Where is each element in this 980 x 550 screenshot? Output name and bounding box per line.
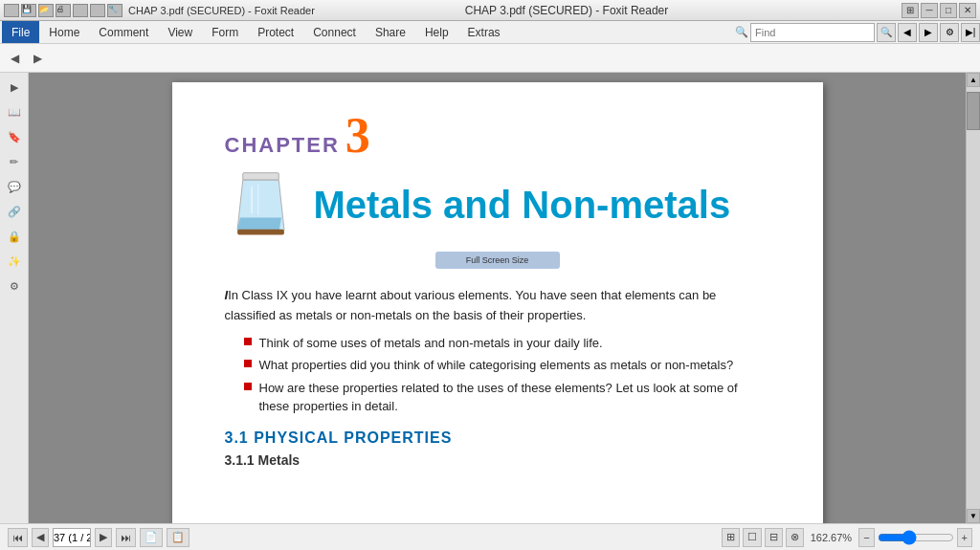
- undo-icon-btn[interactable]: [73, 4, 88, 17]
- bullet-icon: [244, 383, 252, 390]
- find-box: 🔍 🔍 ◀ ▶ ⚙ ▶|: [735, 23, 980, 42]
- open-icon-btn[interactable]: 📂: [38, 4, 54, 17]
- pdf-area: CHAPTER 3 Metals and Non: [29, 73, 966, 523]
- sidebar-edit-btn[interactable]: ✏: [4, 151, 25, 172]
- sidebar-nav-btn[interactable]: ▶: [4, 77, 25, 98]
- find-input[interactable]: [750, 23, 875, 42]
- zoom-in-button[interactable]: +: [957, 528, 972, 547]
- section-title: 3.1 PHYSICAL PROPERTIES: [225, 429, 770, 447]
- bullet-icon: [244, 338, 252, 345]
- window-title: CHAP 3.pdf (SECURED) - Foxit Reader: [465, 4, 669, 17]
- tools-icon-btn[interactable]: 🔧: [107, 4, 122, 17]
- grid-icon[interactable]: ⊞: [902, 3, 919, 18]
- menu-extras[interactable]: Extras: [458, 21, 510, 43]
- sidebar-settings-btn[interactable]: ⚙: [4, 275, 25, 297]
- view-btn2[interactable]: 📋: [167, 528, 189, 547]
- main-title: Metals and Non-metals: [314, 184, 731, 226]
- menu-home[interactable]: Home: [39, 21, 89, 43]
- sub-section-title: 3.1.1 Metals: [225, 452, 770, 468]
- fit-width-btn[interactable]: ☐: [743, 528, 762, 547]
- sidebar-magic-btn[interactable]: ✨: [4, 251, 25, 272]
- sidebar-link-btn[interactable]: 🔗: [4, 201, 25, 222]
- thumbnail-btn[interactable]: ⊟: [765, 528, 783, 547]
- minimize-button[interactable]: ─: [921, 3, 938, 18]
- chapter-number: 3: [345, 111, 370, 161]
- maximize-button[interactable]: □: [940, 3, 957, 18]
- bullet-list: Think of some uses of metals and non-met…: [244, 334, 770, 416]
- sidebar-lock-btn[interactable]: 🔒: [4, 226, 25, 247]
- reflow-btn[interactable]: ⊗: [786, 528, 804, 547]
- menu-form[interactable]: Form: [202, 21, 248, 43]
- title-bar: 💾 📂 🖨 🔧 CHAP 3.pdf (SECURED) - Foxit Rea…: [0, 0, 980, 21]
- toolbar: ◀ ▶: [0, 44, 980, 73]
- find-options-button[interactable]: ⚙: [940, 23, 959, 42]
- menu-connect[interactable]: Connect: [303, 21, 366, 43]
- sidebar-bookmarks-btn[interactable]: 🔖: [4, 126, 25, 147]
- page-number-input[interactable]: [53, 528, 91, 547]
- right-scrollbar[interactable]: ▲ ▼: [966, 73, 980, 523]
- print-icon-btn[interactable]: 🖨: [56, 4, 71, 17]
- sidebar-comment-btn[interactable]: 💬: [4, 176, 25, 197]
- menu-comment[interactable]: Comment: [89, 21, 158, 43]
- menu-file[interactable]: File: [2, 21, 39, 43]
- nav-next-button[interactable]: ▶: [95, 528, 112, 547]
- scroll-thumb[interactable]: [967, 92, 980, 130]
- search-icon: 🔍: [735, 26, 748, 38]
- sidebar-pages-btn[interactable]: 📖: [4, 101, 25, 122]
- main-area: ▶ 📖 🔖 ✏ 💬 🔗 🔒 ✨ ⚙ CHAPTER 3: [0, 73, 980, 523]
- menu-view[interactable]: View: [158, 21, 202, 43]
- beaker-image: [225, 168, 297, 240]
- list-item: Think of some uses of metals and non-met…: [244, 334, 770, 353]
- chapter-label: CHAPTER: [225, 133, 340, 158]
- menu-bar: File Home Comment View Form Protect Conn…: [0, 21, 980, 44]
- list-item: How are these properties related to the …: [244, 379, 770, 416]
- nav-prev-button[interactable]: ◀: [32, 528, 49, 547]
- toolbar-fwd-btn[interactable]: ▶: [27, 48, 48, 69]
- title-text: CHAP 3.pdf (SECURED) - Foxit Reader: [128, 5, 315, 16]
- status-bar: ⏮ ◀ ▶ ⏭ 📄 📋 ⊞ ☐ ⊟ ⊗ 162.67% − +: [0, 523, 980, 550]
- view-btn1[interactable]: 📄: [140, 528, 163, 547]
- zoom-label: 162.67%: [811, 532, 852, 543]
- intro-paragraph: IIn Class IX you have learnt about vario…: [225, 286, 770, 326]
- window-controls[interactable]: ⊞ ─ □ ✕: [902, 3, 976, 18]
- app-icon: [4, 4, 19, 17]
- title-bar-icons: 💾 📂 🖨 🔧 CHAP 3.pdf (SECURED) - Foxit Rea…: [4, 4, 315, 17]
- fullscreen-label: Full Screen Size: [466, 255, 529, 265]
- redo-icon-btn[interactable]: [90, 4, 105, 17]
- zoom-slider[interactable]: [878, 530, 954, 545]
- menu-help[interactable]: Help: [415, 21, 458, 43]
- bullet-icon: [244, 360, 252, 367]
- scroll-down-arrow[interactable]: ▼: [967, 509, 980, 523]
- nav-first-button[interactable]: ⏮: [8, 528, 28, 547]
- bullet-text-2: What properties did you think of while c…: [259, 356, 734, 375]
- nav-last-button[interactable]: ⏭: [116, 528, 136, 547]
- close-button[interactable]: ✕: [959, 3, 976, 18]
- right-panel-button[interactable]: ▶|: [961, 23, 980, 42]
- save-icon-btn[interactable]: 💾: [21, 4, 36, 17]
- find-button[interactable]: 🔍: [877, 23, 896, 42]
- chapter-header: CHAPTER 3: [225, 111, 770, 161]
- bullet-text-3: How are these properties related to the …: [259, 379, 770, 416]
- scroll-up-arrow[interactable]: ▲: [967, 73, 980, 87]
- toolbar-back-btn[interactable]: ◀: [4, 48, 25, 69]
- fit-page-btn[interactable]: ⊞: [722, 528, 740, 547]
- find-prev-button[interactable]: ◀: [898, 23, 917, 42]
- svg-rect-3: [237, 230, 284, 235]
- bullet-text-1: Think of some uses of metals and non-met…: [259, 334, 603, 353]
- list-item: What properties did you think of while c…: [244, 356, 770, 375]
- pdf-page: CHAPTER 3 Metals and Non: [172, 82, 823, 523]
- title-row: Metals and Non-metals: [225, 168, 770, 240]
- menu-share[interactable]: Share: [366, 21, 415, 43]
- menu-protect[interactable]: Protect: [248, 21, 303, 43]
- zoom-out-button[interactable]: −: [858, 528, 874, 547]
- zoom-controls: ⊞ ☐ ⊟ ⊗ 162.67% − +: [722, 528, 972, 547]
- left-sidebar: ▶ 📖 🔖 ✏ 💬 🔗 🔒 ✨ ⚙: [0, 73, 29, 523]
- fullscreen-bar[interactable]: Full Screen Size: [435, 252, 560, 269]
- find-next-button[interactable]: ▶: [919, 23, 938, 42]
- svg-rect-0: [242, 173, 278, 181]
